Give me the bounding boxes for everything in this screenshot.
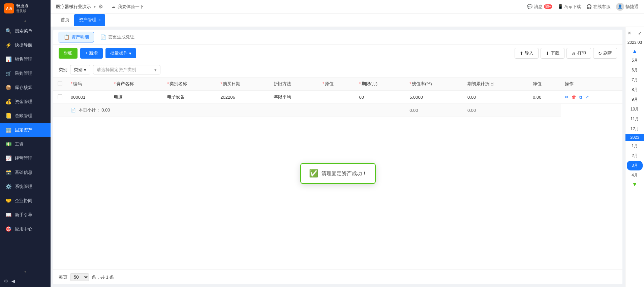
refresh-button[interactable]: ↻ 刷新 xyxy=(593,48,617,59)
sidebar-item-sales[interactable]: 📊 销售管理 xyxy=(0,52,51,66)
sidebar-scroll-down-icon[interactable]: ▼ xyxy=(24,270,27,274)
sidebar-item-system[interactable]: ⚙️ 系统管理 xyxy=(0,180,51,194)
edit-icon[interactable]: ✏ xyxy=(565,94,569,100)
month-item-4[interactable]: 4月 xyxy=(625,170,644,180)
company-dropdown-arrow[interactable]: ▾ xyxy=(94,4,96,9)
cell-residual-rate: 5.0000 xyxy=(405,91,463,104)
sidebar-item-finance[interactable]: 💰 资金管理 xyxy=(0,95,51,109)
tab-home[interactable]: 首页 xyxy=(56,14,74,26)
month-item-10[interactable]: 10月 xyxy=(625,104,644,114)
month-item-7[interactable]: 7月 xyxy=(625,75,644,85)
sidebar-item-enterprise[interactable]: 🤝 企业协同 xyxy=(0,194,51,208)
month-item-1[interactable]: 1月 xyxy=(625,141,644,151)
sub-tab-change-voucher[interactable]: 📄 变更生成凭证 xyxy=(95,32,140,42)
tab-asset-management[interactable]: 资产管理 × xyxy=(74,14,105,26)
sidebar-item-search[interactable]: 🔍 搜索菜单 xyxy=(0,24,51,38)
sidebar-item-ledger[interactable]: 📒 总账管理 xyxy=(0,109,51,123)
sidebar-item-label: 应用中心 xyxy=(15,226,32,232)
sidebar-item-app-center[interactable]: 🎯 应用中心 xyxy=(0,222,51,236)
subtotal-label: 本页小计： xyxy=(79,107,100,113)
month-item-11[interactable]: 11月 xyxy=(625,114,644,124)
message-btn[interactable]: 💬 消息 99+ xyxy=(527,4,552,10)
subtotal-initial: 0.00 xyxy=(405,104,463,117)
tabs-bar: 首页 资产管理 × xyxy=(51,13,644,27)
new-button[interactable]: + 新增 xyxy=(80,48,103,59)
subtotal-icon: 📄 xyxy=(71,108,76,113)
panel-close-icon[interactable]: ✕ xyxy=(627,30,632,36)
category-value-select[interactable]: 请选择固定资产类别 ▾ xyxy=(93,65,160,74)
import-button[interactable]: ⬆ 导入 xyxy=(515,48,539,59)
sidebar-item-operations[interactable]: 📈 经营管理 xyxy=(0,151,51,165)
content-area: 📋 资产明细 📄 变更生成凭证 对账 + 新增 xyxy=(51,27,644,287)
sidebar-item-guide[interactable]: 📖 新手引导 xyxy=(0,208,51,222)
sidebar-item-label: 搜索菜单 xyxy=(15,28,32,34)
app-download-btn[interactable]: 📱 App下载 xyxy=(558,4,581,10)
more-icon[interactable]: ↗ xyxy=(585,94,589,100)
experience-cloud-icon: ☁ xyxy=(111,4,116,9)
experience-btn[interactable]: ☁ 我要体验一下 xyxy=(111,4,144,10)
system-icon: ⚙️ xyxy=(5,184,11,190)
copy-icon[interactable]: ⧉ xyxy=(579,94,582,100)
print-button[interactable]: 🖨 打印 xyxy=(566,48,591,59)
sidebar-item-purchase[interactable]: 🛒 采购管理 xyxy=(0,66,51,81)
sub-tabs: 📋 资产明细 📄 变更生成凭证 xyxy=(53,30,622,44)
sidebar-item-payroll[interactable]: 💵 工资 xyxy=(0,137,51,151)
category-type-arrow: ▾ xyxy=(84,67,86,72)
tab-home-label: 首页 xyxy=(61,17,69,22)
col-depreciation: 折旧方法 xyxy=(270,77,318,91)
month-item-9[interactable]: 9月 xyxy=(625,95,644,104)
delete-icon[interactable]: 🗑 xyxy=(572,94,576,100)
row-checkbox-cell xyxy=(53,91,67,104)
sidebar-item-label: 系统管理 xyxy=(15,184,32,190)
service-label: 在线客服 xyxy=(593,4,611,10)
select-all-checkbox[interactable] xyxy=(58,81,62,86)
right-panel: ✕ ⤢ 2023.03 ▲ 5月 6月 7月 8月 9月 10月 11月 12月… xyxy=(625,27,644,287)
cell-actions: ✏ 🗑 ⧉ ↗ xyxy=(561,91,622,104)
panel-expand-icon[interactable]: ⤢ xyxy=(637,30,643,36)
batch-ops-button[interactable]: 批量操作 ▾ xyxy=(105,48,136,58)
sales-icon: 📊 xyxy=(5,56,11,62)
batch-ops-arrow: ▾ xyxy=(129,51,131,56)
settings-icon[interactable]: ⚙ xyxy=(4,279,8,284)
cell-code: 000001 xyxy=(67,91,110,104)
enterprise-icon: 🤝 xyxy=(5,198,11,204)
month-item-5[interactable]: 5月 xyxy=(625,56,644,65)
sub-tab-asset-detail[interactable]: 📋 资产明细 xyxy=(59,32,94,42)
sidebar-item-inventory[interactable]: 📦 库存核算 xyxy=(0,81,51,95)
online-service-btn[interactable]: 🎧 在线客服 xyxy=(586,4,611,10)
topbar-settings-icon[interactable]: ⚙ xyxy=(98,3,103,10)
experience-label: 我要体验一下 xyxy=(118,4,144,10)
month-item-2[interactable]: 2月 xyxy=(625,151,644,161)
main-area: 医疗器械行业演示 ▾ ⚙ ☁ 我要体验一下 💬 消息 99+ 📱 App下载 🎧… xyxy=(51,0,644,287)
sidebar-item-quick-nav[interactable]: ⚡ 快捷导航 xyxy=(0,38,51,52)
message-badge: 99+ xyxy=(544,4,552,9)
guide-icon: 📖 xyxy=(5,212,11,218)
payroll-icon: 💵 xyxy=(5,141,11,147)
sidebar-scroll-up-icon[interactable]: ▲ xyxy=(24,19,27,23)
topbar: 医疗器械行业演示 ▾ ⚙ ☁ 我要体验一下 💬 消息 99+ 📱 App下载 🎧… xyxy=(51,0,644,13)
month-scroll-up-btn[interactable]: ▲ xyxy=(631,47,639,56)
cell-category: 电子设备 xyxy=(163,91,216,104)
month-item-3-active[interactable]: 3月 xyxy=(627,161,643,170)
app-logo: AtA xyxy=(4,3,14,13)
new-label: + 新增 xyxy=(85,50,98,56)
tab-close-icon[interactable]: × xyxy=(98,18,100,22)
cell-initial-accumulated: 0.00 xyxy=(463,91,529,104)
month-item-8[interactable]: 8月 xyxy=(625,85,644,95)
download-button[interactable]: ⬇ 下载 xyxy=(541,48,564,59)
category-type-select[interactable]: 类别 ▾ xyxy=(70,65,90,74)
per-page-select[interactable]: 50 100 200 xyxy=(70,273,89,281)
sidebar-item-fixed-assets[interactable]: 🏢 固定资产 xyxy=(0,123,51,137)
month-scroll-down-btn[interactable]: ▼ xyxy=(631,180,639,189)
reconcile-button[interactable]: 对账 xyxy=(59,48,78,59)
user-menu[interactable]: 👤 畅捷通 xyxy=(616,3,639,11)
month-item-6[interactable]: 6月 xyxy=(625,65,644,75)
user-name: 畅捷通 xyxy=(625,4,639,10)
row-checkbox[interactable] xyxy=(58,94,62,99)
message-label: 消息 xyxy=(534,4,543,10)
month-item-12[interactable]: 12月 xyxy=(625,124,644,134)
col-code: *编码 xyxy=(67,77,110,91)
collapse-icon[interactable]: ◀ xyxy=(11,279,15,284)
sidebar-item-label: 基础信息 xyxy=(15,169,32,176)
sidebar-item-basic-info[interactable]: 🗃️ 基础信息 xyxy=(0,165,51,180)
